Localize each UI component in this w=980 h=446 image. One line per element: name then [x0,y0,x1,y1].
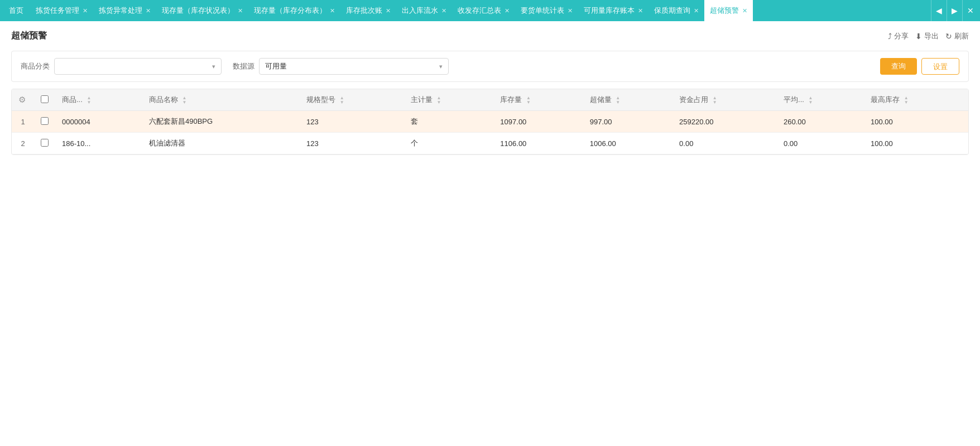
tab-close-icon[interactable]: ✕ [386,7,391,14]
col-spec-sort-icon[interactable]: ▲▼ [340,96,344,105]
home-link[interactable]: 首页 [2,0,30,21]
row-name: 六配套新昌490BPG [142,111,300,133]
tab-close-icon[interactable]: ✕ [146,7,151,14]
tab-label: 收发存汇总表 [458,6,501,16]
page-header: 超储预警 ⤴ 分享 ⬇ 导出 ↻ 刷新 [11,30,969,42]
filter-actions: 查询 设置 [880,58,959,75]
row-checkbox-cell [34,111,55,133]
tab-close-icon[interactable]: ✕ [83,7,88,14]
tab-close-icon[interactable]: ✕ [638,7,643,14]
page-wrapper: 超储预警 ⤴ 分享 ⬇ 导出 ↻ 刷新 商品分类 ▾ 数据源 [0,21,980,164]
col-capital-label: 资金占用 [679,95,708,104]
page-actions: ⤴ 分享 ⬇ 导出 ↻ 刷新 [888,31,969,41]
tab-close-icon[interactable]: ✕ [568,7,573,14]
tab-label: 超储预警 [710,6,739,16]
col-spec-label: 规格型号 [306,95,335,104]
topbar-tab-5[interactable]: 出入库流水✕ [396,0,452,21]
col-stock: 库存量 ▲▼ [493,89,583,111]
col-over: 超储量 ▲▼ [583,89,672,111]
col-over-sort-icon[interactable]: ▲▼ [616,96,620,105]
nav-next-btn[interactable]: ▶ [947,0,962,21]
table-header-row: ⚙ 商品... ▲▼ 商品名称 ▲▼ 规格型号 ▲▼ [12,89,968,111]
category-filter-group: 商品分类 ▾ [21,58,222,75]
data-table-wrapper: ⚙ 商品... ▲▼ 商品名称 ▲▼ 规格型号 ▲▼ [11,89,969,155]
col-over-label: 超储量 [590,95,612,104]
table-body: 1 0000004 六配套新昌490BPG 123 套 1097.00 997.… [12,111,968,154]
row-avg: 0.00 [777,133,864,154]
tab-close-icon[interactable]: ✕ [238,7,243,14]
topbar: 首页 拣货任务管理✕拣货异常处理✕现存量（库存状况表）✕现存量（库存分布表）✕库… [0,0,980,21]
col-gear: ⚙ [12,89,34,111]
row-checkbox[interactable] [41,139,49,147]
row-maxstock: 100.00 [864,111,968,133]
export-icon: ⬇ [915,32,922,41]
tab-label: 要货单统计表 [521,6,564,16]
tab-close-icon[interactable]: ✕ [505,7,510,14]
tab-label: 拣货异常处理 [99,6,142,16]
export-link[interactable]: ⬇ 导出 [915,31,939,41]
col-spec: 规格型号 ▲▼ [300,89,404,111]
tab-label: 出入库流水 [402,6,438,16]
export-label: 导出 [924,31,939,41]
tab-close-icon[interactable]: ✕ [441,7,446,14]
col-code: 商品... ▲▼ [55,89,142,111]
col-maxstock: 最高库存 ▲▼ [864,89,968,111]
table-row: 2 186-10... 机油滤清器 123 个 1106.00 1006.00 … [12,133,968,154]
col-stock-sort-icon[interactable]: ▲▼ [526,96,531,105]
col-name-sort-icon[interactable]: ▲▼ [182,96,187,105]
table-row: 1 0000004 六配套新昌490BPG 123 套 1097.00 997.… [12,111,968,133]
row-code: 0000004 [55,111,142,133]
share-icon: ⤴ [888,32,892,41]
row-code: 186-10... [55,133,142,154]
select-all-checkbox[interactable] [41,95,49,103]
col-capital-sort-icon[interactable]: ▲▼ [713,96,717,105]
col-code-sort-icon[interactable]: ▲▼ [87,96,91,105]
topbar-tab-3[interactable]: 现存量（库存分布表）✕ [248,0,340,21]
topbar-tab-6[interactable]: 收发存汇总表✕ [452,0,515,21]
tab-close-icon[interactable]: ✕ [694,7,699,14]
topbar-tab-8[interactable]: 可用量库存账本✕ [578,0,648,21]
topbar-tab-7[interactable]: 要货单统计表✕ [515,0,578,21]
col-maxstock-sort-icon[interactable]: ▲▼ [904,96,909,105]
tab-label: 可用量库存账本 [584,6,635,16]
col-unit: 主计量 ▲▼ [404,89,493,111]
row-num: 1 [21,118,25,126]
col-unit-sort-icon[interactable]: ▲▼ [437,96,441,105]
datasource-select[interactable]: 可用量 ▾ [259,58,449,75]
col-avg-sort-icon[interactable]: ▲▼ [809,96,813,105]
col-avg-label: 平均... [784,95,804,104]
filter-row: 商品分类 ▾ 数据源 可用量 ▾ 查询 设置 [11,51,969,82]
topbar-tab-2[interactable]: 现存量（库存状况表）✕ [156,0,248,21]
page-title: 超储预警 [11,30,47,42]
col-name: 商品名称 ▲▼ [142,89,300,111]
col-unit-label: 主计量 [411,95,433,104]
row-over: 997.00 [583,111,672,133]
setting-button[interactable]: 设置 [921,58,959,75]
tab-close-icon[interactable]: ✕ [742,7,747,14]
row-checkbox[interactable] [41,117,49,125]
topbar-tab-4[interactable]: 库存批次账✕ [340,0,396,21]
refresh-link[interactable]: ↻ 刷新 [945,31,969,41]
category-select[interactable]: ▾ [54,58,222,75]
datasource-value: 可用量 [265,61,287,71]
row-stock: 1097.00 [493,111,583,133]
share-link[interactable]: ⤴ 分享 [888,31,909,41]
refresh-label: 刷新 [954,31,969,41]
nav-close-btn[interactable]: ✕ [962,0,978,21]
refresh-icon: ↻ [945,32,952,41]
datasource-filter-group: 数据源 可用量 ▾ [233,58,449,75]
tab-close-icon[interactable]: ✕ [330,7,335,14]
topbar-tab-10[interactable]: 超储预警✕ [704,0,753,21]
topbar-tab-1[interactable]: 拣货异常处理✕ [93,0,156,21]
col-avg: 平均... ▲▼ [777,89,864,111]
datasource-label: 数据源 [233,61,254,71]
row-avg: 260.00 [777,111,864,133]
query-button[interactable]: 查询 [880,58,917,75]
nav-prev-btn[interactable]: ◀ [931,0,947,21]
settings-icon[interactable]: ⚙ [18,95,26,104]
category-label: 商品分类 [21,61,50,71]
col-code-label: 商品... [62,95,83,104]
topbar-tab-0[interactable]: 拣货任务管理✕ [30,0,93,21]
row-name: 机油滤清器 [142,133,300,154]
topbar-tab-9[interactable]: 保质期查询✕ [648,0,704,21]
